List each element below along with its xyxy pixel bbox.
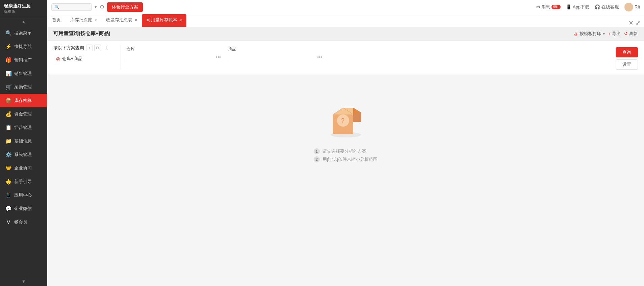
goods-input-area: ••• (228, 53, 322, 61)
topbar-search-icon: 🔍 (54, 5, 59, 9)
refresh-button[interactable]: ↺ 刷新 (624, 31, 638, 37)
main-area: 🔍 ▾ ⚙ 体验行业方案 ✉ 消息 99+ 📱 App下载 🎧 在线客服 Rit (47, 0, 644, 286)
sidebar-item-purchase[interactable]: 🛒 采购管理 (0, 80, 47, 94)
sidebar-item-appstore[interactable]: 📱 应用中心 (0, 188, 47, 202)
app-title: 畅康通好生意 (4, 3, 43, 9)
empty-illustration: ? (326, 101, 366, 141)
sidebar-scroll-down[interactable]: ▼ (0, 277, 47, 286)
topbar-search-box[interactable]: 🔍 (51, 3, 92, 11)
app-download-icon: 📱 (566, 4, 571, 9)
tab-summary-label: 收发存汇总表 (106, 17, 132, 23)
print-label: 按模板打印 (579, 31, 601, 37)
step1-num: 1 (314, 148, 320, 154)
sidebar-item-marketing[interactable]: 🎁 营销推广 (0, 53, 47, 67)
message-icon: ✉ (536, 4, 540, 9)
filter-label: 按以下方案查询 ＋ ⊙ 《 (53, 45, 115, 51)
tab-summary[interactable]: 收发存汇总表 × (101, 14, 141, 27)
filter-action-buttons: 查询 设置 (616, 46, 638, 70)
industry-solution-button[interactable]: 体验行业方案 (107, 2, 143, 12)
filter-left-panel: 按以下方案查询 ＋ ⊙ 《 ◎ 仓库+商品 (53, 45, 121, 70)
topbar-right-area: ✉ 消息 99+ 📱 App下载 🎧 在线客服 Rit (536, 3, 640, 11)
filter-label-text: 按以下方案查询 (53, 45, 84, 51)
sidebar-item-member[interactable]: V 畅会员 (0, 215, 47, 229)
step1-text: 请先选择要分析的方案 (323, 148, 366, 154)
sidebar-item-sales[interactable]: 📊 销售管理 (0, 67, 47, 80)
app-download-button[interactable]: 📱 App下载 (566, 4, 589, 10)
message-badge: 99+ (551, 5, 561, 9)
sidebar-item-newbie[interactable]: 🌟 新手引导 (0, 175, 47, 188)
sidebar-scroll-up[interactable]: ▲ (0, 17, 47, 26)
scheme-icon: ◎ (56, 56, 60, 61)
tab-home[interactable]: 首页 (47, 14, 66, 27)
svg-marker-2 (333, 108, 353, 114)
export-button[interactable]: ↑ 导出 (609, 31, 621, 37)
page-actions: 🖨 按模板打印 ▾ ↑ 导出 ↺ 刷新 (574, 31, 638, 37)
enterprise-icon: 🤝 (5, 165, 11, 171)
tab-close-button[interactable]: ✕ (628, 19, 634, 27)
warehouse-input-area: ••• (126, 53, 221, 61)
goods-label: 商品 (228, 46, 322, 52)
tabs-right-controls: ✕ ⤢ (628, 19, 644, 27)
warehouse-input[interactable] (126, 55, 214, 60)
appstore-icon: 📱 (5, 192, 11, 198)
sidebar-item-operation[interactable]: 📋 经营管理 (0, 121, 47, 134)
refresh-icon: ↺ (624, 31, 628, 36)
filter-section: 按以下方案查询 ＋ ⊙ 《 ◎ 仓库+商品 仓库 (47, 41, 644, 74)
export-label: 导出 (612, 31, 621, 37)
user-name: Rit (635, 4, 640, 9)
sidebar-item-system[interactable]: ⚙️ 系统管理 (0, 148, 47, 161)
system-icon: ⚙️ (5, 152, 11, 158)
operation-icon: 📋 (5, 125, 11, 131)
tab-batch-close[interactable]: × (95, 18, 97, 22)
goods-input[interactable] (228, 55, 315, 60)
query-button[interactable]: 查询 (616, 47, 638, 57)
logo-area: 畅康通好生意 标准版 (0, 0, 47, 17)
sidebar-item-wechat[interactable]: 💬 企业微信 (0, 202, 47, 215)
svg-text:?: ? (341, 117, 344, 124)
purchase-icon: 🛒 (5, 84, 11, 90)
tab-available-close[interactable]: × (180, 18, 182, 22)
user-area[interactable]: Rit (624, 3, 640, 11)
sidebar-item-search[interactable]: 🔍 搜索菜单 (0, 26, 47, 40)
sidebar-item-basic[interactable]: 📁 基础信息 (0, 134, 47, 148)
shortcut-icon: ⚡ (5, 44, 11, 50)
tab-available[interactable]: 可用量库存账本 × (142, 14, 186, 27)
warehouse-label: 仓库 (126, 46, 221, 52)
step2-text: 用[过滤]条件来缩小分析范围 (323, 156, 378, 162)
setting-button[interactable]: 设置 (616, 59, 638, 70)
page-content: 可用量查询(按仓库+商品) 🖨 按模板打印 ▾ ↑ 导出 ↺ 刷新 (47, 27, 644, 286)
wechat-icon: 💬 (5, 206, 11, 212)
sidebar-item-finance[interactable]: 💰 资金管理 (0, 107, 47, 121)
topbar-search-input[interactable] (61, 5, 81, 9)
topbar-gear-icon[interactable]: ⚙ (100, 4, 104, 10)
step2-num: 2 (314, 156, 320, 162)
goods-more-icon[interactable]: ••• (317, 54, 322, 60)
filter-collapse-icon[interactable]: 《 (103, 45, 108, 51)
search-icon: 🔍 (5, 30, 11, 36)
marketing-icon: 🎁 (5, 57, 11, 63)
tab-summary-close[interactable]: × (135, 18, 137, 22)
sidebar-item-enterprise[interactable]: 🤝 企业协同 (0, 161, 47, 175)
message-button[interactable]: ✉ 消息 99+ (536, 4, 561, 10)
tab-home-label: 首页 (52, 17, 61, 23)
filter-scheme-item[interactable]: ◎ 仓库+商品 (53, 54, 115, 63)
tab-batch-label: 库存批次账 (70, 17, 92, 23)
sidebar-item-shortcut[interactable]: ⚡ 快捷导航 (0, 40, 47, 53)
online-service-button[interactable]: 🎧 在线客服 (595, 4, 619, 10)
page-title: 可用量查询(按仓库+商品) (53, 30, 110, 37)
refresh-label: 刷新 (629, 31, 638, 37)
warehouse-field: 仓库 ••• (126, 46, 221, 61)
print-button[interactable]: 🖨 按模板打印 ▾ (574, 31, 605, 37)
filter-settings-icon[interactable]: ⊙ (94, 45, 101, 51)
filter-add-icon[interactable]: ＋ (86, 45, 93, 51)
tab-maximize-button[interactable]: ⤢ (636, 19, 641, 27)
newbie-icon: 🌟 (5, 179, 11, 185)
page-header: 可用量查询(按仓库+商品) 🖨 按模板打印 ▾ ↑ 导出 ↺ 刷新 (47, 27, 644, 41)
warehouse-more-icon[interactable]: ••• (216, 54, 221, 60)
topbar-dropdown-icon[interactable]: ▾ (95, 4, 97, 9)
print-dropdown-icon[interactable]: ▾ (603, 31, 605, 36)
sidebar-item-inventory[interactable]: 📦 库存核算 (0, 94, 47, 107)
filter-icons: ＋ ⊙ (86, 45, 101, 51)
tab-batch[interactable]: 库存批次账 × (66, 14, 101, 27)
empty-state: ? 1 请先选择要分析的方案 2 用[过滤]条件来缩小分析范围 (47, 74, 644, 185)
